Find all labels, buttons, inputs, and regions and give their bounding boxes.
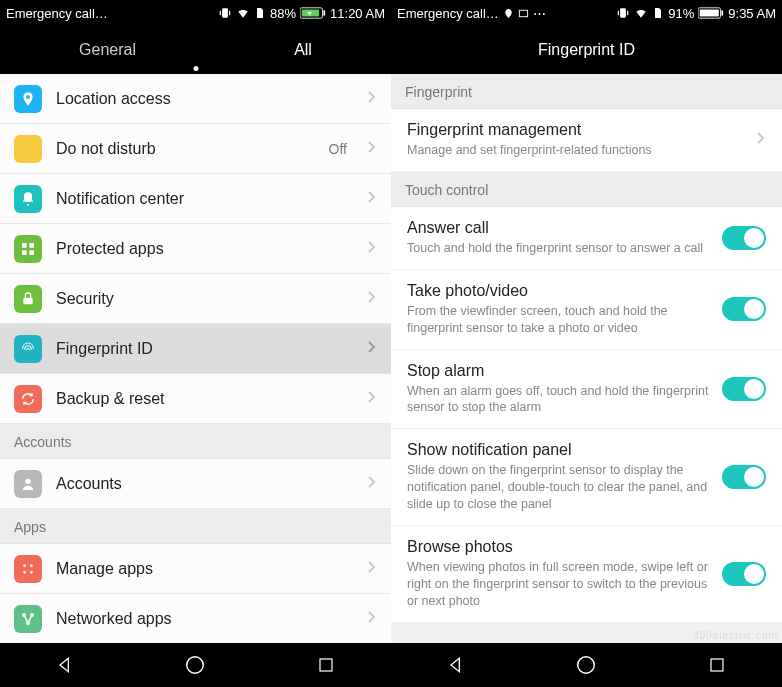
chevron-right-icon	[367, 340, 377, 358]
status-time: 11:20 AM	[330, 6, 385, 21]
row-answer-call[interactable]: Answer call Touch and hold the fingerpri…	[391, 207, 782, 270]
lock-icon	[14, 285, 42, 313]
svg-rect-8	[23, 297, 32, 304]
chevron-right-icon	[756, 131, 766, 149]
battery-pct: 91%	[668, 6, 694, 21]
status-title: Emergency call…	[397, 6, 499, 21]
wifi-icon	[634, 6, 648, 20]
row-take-photo[interactable]: Take photo/video From the viewfinder scr…	[391, 270, 782, 350]
svg-rect-23	[722, 10, 724, 15]
tab-general[interactable]: General	[79, 29, 136, 71]
row-backup-reset[interactable]: Backup & reset	[0, 374, 391, 424]
moon-icon	[14, 135, 42, 163]
row-title: Stop alarm	[407, 362, 710, 380]
row-browse-photos[interactable]: Browse photos When viewing photos in ful…	[391, 526, 782, 623]
apps-icon	[14, 555, 42, 583]
row-location-access[interactable]: Location access	[0, 74, 391, 124]
row-value: Off	[329, 141, 347, 157]
nav-recent-button[interactable]	[296, 643, 356, 687]
navigation-bar	[391, 643, 782, 687]
svg-rect-18	[320, 659, 332, 671]
row-label: Notification center	[56, 190, 353, 208]
row-notification-center[interactable]: Notification center	[0, 174, 391, 224]
chevron-right-icon	[367, 610, 377, 628]
fingerprint-screen: Emergency call… ⋯ 91% 9:35 AM Fingerprin…	[391, 0, 782, 687]
row-subtitle: When an alarm goes off, touch and hold t…	[407, 383, 710, 417]
settings-list[interactable]: Location access Do not disturb Off Notif…	[0, 74, 391, 643]
location-status-icon	[503, 8, 514, 19]
tab-indicator-icon	[193, 66, 198, 71]
nav-back-button[interactable]	[426, 643, 486, 687]
nav-back-button[interactable]	[35, 643, 95, 687]
chevron-right-icon	[367, 390, 377, 408]
status-title: Emergency call…	[6, 6, 108, 21]
svg-rect-19	[519, 10, 527, 16]
refresh-icon	[14, 385, 42, 413]
row-protected-apps[interactable]: Protected apps	[0, 224, 391, 274]
row-do-not-disturb[interactable]: Do not disturb Off	[0, 124, 391, 174]
nav-recent-button[interactable]	[687, 643, 747, 687]
sim-icon	[652, 6, 664, 20]
grid-icon	[14, 235, 42, 263]
chevron-right-icon	[367, 90, 377, 108]
row-show-notification-panel[interactable]: Show notification panel Slide down on th…	[391, 429, 782, 526]
page-title: Fingerprint ID	[538, 41, 635, 59]
status-bar: Emergency call… ⋯ 91% 9:35 AM	[391, 0, 782, 26]
tab-all[interactable]: All	[294, 29, 312, 71]
row-fingerprint-id[interactable]: Fingerprint ID	[0, 324, 391, 374]
row-label: Do not disturb	[56, 140, 315, 158]
fingerprint-icon	[14, 335, 42, 363]
vibrate-icon	[616, 6, 630, 20]
svg-point-12	[23, 571, 26, 574]
row-label: Manage apps	[56, 560, 353, 578]
sim-icon	[254, 6, 266, 20]
bell-icon	[14, 185, 42, 213]
fingerprint-list[interactable]: Fingerprint Fingerprint management Manag…	[391, 74, 782, 643]
person-icon	[14, 470, 42, 498]
row-fingerprint-management[interactable]: Fingerprint management Manage and set fi…	[391, 109, 782, 172]
row-title: Show notification panel	[407, 441, 710, 459]
chevron-right-icon	[367, 560, 377, 578]
svg-point-13	[30, 571, 33, 574]
svg-point-9	[25, 478, 30, 483]
row-label: Location access	[56, 90, 353, 108]
row-manage-apps[interactable]: Manage apps	[0, 544, 391, 594]
more-icon: ⋯	[533, 6, 547, 21]
row-label: Security	[56, 290, 353, 308]
toggle-browse-photos[interactable]	[722, 562, 766, 586]
section-header-accounts: Accounts	[0, 424, 391, 459]
battery-icon	[300, 6, 326, 20]
row-label: Protected apps	[56, 240, 353, 258]
chevron-right-icon	[367, 290, 377, 308]
row-subtitle: Touch and hold the fingerprint sensor to…	[407, 240, 710, 257]
chevron-right-icon	[367, 240, 377, 258]
svg-point-17	[187, 657, 204, 674]
status-time: 9:35 AM	[728, 6, 776, 21]
svg-rect-3	[323, 10, 325, 15]
network-icon	[14, 605, 42, 633]
toggle-notification-panel[interactable]	[722, 465, 766, 489]
toggle-take-photo[interactable]	[722, 297, 766, 321]
status-bar: Emergency call… 88% 11:20 AM	[0, 0, 391, 26]
row-label: Networked apps	[56, 610, 353, 628]
section-header-fingerprint: Fingerprint	[391, 74, 782, 109]
section-header-apps: Apps	[0, 509, 391, 544]
row-title: Fingerprint management	[407, 121, 744, 139]
row-security[interactable]: Security	[0, 274, 391, 324]
nav-home-button[interactable]	[556, 643, 616, 687]
row-stop-alarm[interactable]: Stop alarm When an alarm goes off, touch…	[391, 350, 782, 430]
toggle-answer-call[interactable]	[722, 226, 766, 250]
section-header-touch-control: Touch control	[391, 172, 782, 207]
svg-rect-5	[29, 243, 34, 248]
nav-home-button[interactable]	[165, 643, 225, 687]
row-subtitle: When viewing photos in full screen mode,…	[407, 559, 710, 610]
screen-header: Fingerprint ID	[391, 26, 782, 74]
row-subtitle: From the viewfinder screen, touch and ho…	[407, 303, 710, 337]
vibrate-icon	[218, 6, 232, 20]
chevron-right-icon	[367, 140, 377, 158]
row-subtitle: Slide down on the fingerprint sensor to …	[407, 462, 710, 513]
toggle-stop-alarm[interactable]	[722, 377, 766, 401]
row-networked-apps[interactable]: Networked apps	[0, 594, 391, 643]
row-accounts[interactable]: Accounts	[0, 459, 391, 509]
svg-rect-20	[620, 8, 626, 17]
